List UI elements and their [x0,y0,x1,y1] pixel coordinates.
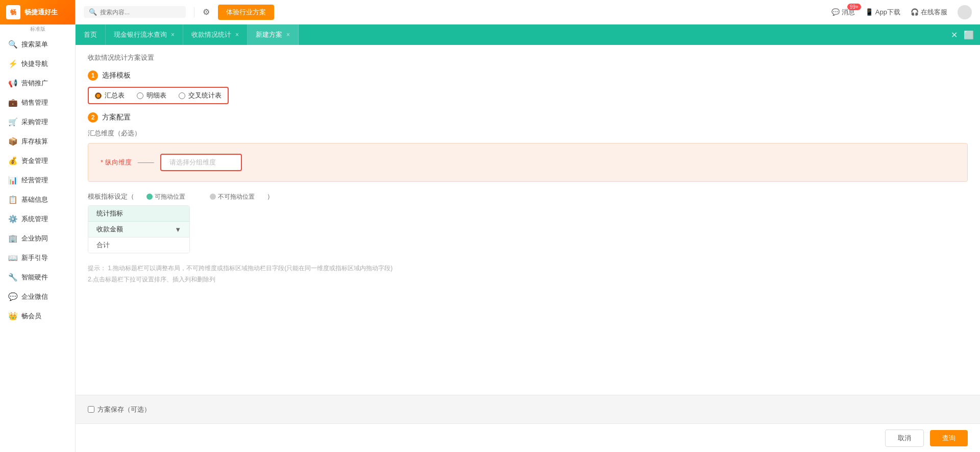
sidebar-item-6[interactable]: 💰 资金管理 [0,151,75,171]
topbar-search-box[interactable]: 🔍 [84,6,186,18]
section-config: 2 方案配置 汇总维度（必选） 纵向维度 —— 请选择分组维度 [88,112,968,285]
user-item[interactable] [958,5,972,19]
sidebar: 畅 畅捷通好生 标准版 🔍 搜索菜单 ⚡ 快捷导航 📢 营销推广 💼 销售管理 … [0,0,76,452]
nav-icon-2: 📢 [8,79,17,88]
tab-collection-stats-label: 收款情况统计 [191,30,231,39]
dimension-area: 纵向维度 —— 请选择分组维度 [88,143,968,182]
nav-label-12: 智能硬件 [21,273,48,282]
sidebar-item-4[interactable]: 🛒 采购管理 [0,112,75,132]
save-checkbox-label[interactable]: 方案保存（可选） [88,405,151,414]
sidebar-item-12[interactable]: 🔧 智能硬件 [0,268,75,287]
radio-cross-input[interactable] [179,92,185,99]
sidebar-item-11[interactable]: 📖 新手引导 [0,248,75,268]
nav-label-9: 系统管理 [21,215,48,224]
sidebar-item-3[interactable]: 💼 销售管理 [0,93,75,112]
section1-label: 选择模板 [102,71,131,80]
radio-detail[interactable]: 明细表 [137,91,166,100]
nav-label-13: 企业微信 [21,292,48,301]
nav-label-0: 搜索菜单 [21,40,48,49]
trial-btn[interactable]: 体验行业方案 [218,5,274,20]
nav-label-10: 企业协同 [21,234,48,243]
message-item[interactable]: 💬 消息 99+ [831,8,855,17]
sidebar-nav: 🔍 搜索菜单 ⚡ 快捷导航 📢 营销推广 💼 销售管理 🛒 采购管理 📦 库存核… [0,35,75,452]
main-area: 🔍 ⚙ 体验行业方案 💬 消息 99+ 📱 App下载 🎧 在线客服 [76,0,980,452]
tab-new-plan[interactable]: 新建方案 × [248,25,299,45]
sidebar-item-8[interactable]: 📋 基础信息 [0,190,75,209]
footer-save: 方案保存（可选） [76,395,980,423]
metrics-table: 统计指标 收款金额 ▼ 合计 [88,205,190,253]
dimension-select[interactable]: 请选择分组维度 [160,154,242,171]
sidebar-item-0[interactable]: 🔍 搜索菜单 [0,35,75,54]
query-button[interactable]: 查询 [930,430,968,446]
edition-label: 标准版 [0,25,75,35]
dimension-title: 汇总维度（必选） [88,129,968,138]
metrics-section: 模板指标设定（ 可拖动位置 不可拖动位置 ） 统计指标 [88,192,968,255]
nav-icon-3: 💼 [8,98,17,107]
sidebar-item-13[interactable]: 💬 企业微信 [0,287,75,306]
service-item[interactable]: 🎧 在线客服 [911,8,947,17]
metrics-table-row[interactable]: 收款金额 ▼ [88,222,189,237]
sidebar-item-2[interactable]: 📢 营销推广 [0,74,75,93]
sidebar-item-5[interactable]: 📦 库存核算 [0,132,75,151]
section2-label: 方案配置 [102,113,131,122]
nav-label-6: 资金管理 [21,156,48,165]
nav-icon-5: 📦 [8,137,17,146]
tab-new-plan-close[interactable]: × [286,31,290,38]
logo-text: 畅捷通好生 [24,8,58,16]
tab-collection-stats-close[interactable]: × [235,31,239,38]
sidebar-item-10[interactable]: 🏢 企业协同 [0,229,75,248]
radio-cross[interactable]: 交叉统计表 [179,91,222,100]
nav-label-8: 基础信息 [21,195,48,204]
nav-icon-13: 💬 [8,292,17,301]
sidebar-item-9[interactable]: ⚙️ 系统管理 [0,209,75,229]
tab-bank-query-close[interactable]: × [171,31,175,38]
tabbar-actions: ✕ ⬜ [951,30,980,40]
nav-icon-0: 🔍 [8,40,17,49]
nav-label-1: 快捷导航 [21,59,48,68]
hint-section: 提示： 1.拖动标题栏可以调整布局，不可跨维度或指标区域拖动栏目字段(只能在同一… [88,263,968,285]
sidebar-item-14[interactable]: 👑 畅会员 [0,306,75,326]
radio-summary-input[interactable] [95,92,102,99]
radio-cross-label: 交叉统计表 [188,91,222,100]
cancel-button[interactable]: 取消 [885,430,924,447]
fixed-toggle: 不可拖动位置 [210,193,255,201]
fixed-dot [210,194,216,200]
movable-label: 可拖动位置 [155,193,185,201]
nav-icon-10: 🏢 [8,234,17,243]
radio-detail-input[interactable] [137,92,143,99]
download-label: App下载 [875,8,900,17]
app-logo: 畅 畅捷通好生 [0,0,75,25]
section1-num: 1 [88,70,98,81]
tab-bank-query[interactable]: 现金银行流水查询 × [106,25,183,45]
radio-summary[interactable]: 汇总表 [95,91,125,100]
nav-label-3: 销售管理 [21,98,48,107]
nav-icon-1: ⚡ [8,59,17,68]
metrics-row-label: 收款金额 [96,225,123,234]
tab-bank-query-label: 现金银行流水查询 [114,30,167,39]
metrics-dropdown-icon[interactable]: ▼ [175,226,181,233]
tab-home[interactable]: 首页 [76,25,106,45]
tab-home-label: 首页 [84,30,97,39]
download-item[interactable]: 📱 App下载 [865,8,900,17]
message-badge: 99+ [847,4,861,10]
tabbar: 首页 现金银行流水查询 × 收款情况统计 × 新建方案 × ✕ ⬜ [76,25,980,45]
template-radio-group: 汇总表 明细表 交叉统计表 [95,91,222,100]
save-checkbox[interactable] [88,406,94,413]
content-area: 收款情况统计方案设置 1 选择模板 汇总表 [76,45,980,423]
section2-num: 2 [88,112,98,123]
tab-close-all-icon[interactable]: ✕ [951,30,958,40]
metrics-table-header: 统计指标 [88,206,189,222]
topbar: 🔍 ⚙ 体验行业方案 💬 消息 99+ 📱 App下载 🎧 在线客服 [76,0,980,25]
search-input[interactable] [100,9,172,16]
service-label: 在线客服 [921,8,947,17]
nav-label-14: 畅会员 [21,312,41,321]
sidebar-item-7[interactable]: 📊 经营管理 [0,171,75,190]
tab-maximize-icon[interactable]: ⬜ [964,30,974,40]
tab-collection-stats[interactable]: 收款情况统计 × [183,25,248,45]
radio-detail-label: 明细表 [146,91,166,100]
nav-icon-14: 👑 [8,312,17,321]
radio-summary-label: 汇总表 [105,91,125,100]
gear-icon[interactable]: ⚙ [203,7,210,17]
metrics-label: 模板指标设定（ [88,192,134,201]
sidebar-item-1[interactable]: ⚡ 快捷导航 [0,54,75,74]
